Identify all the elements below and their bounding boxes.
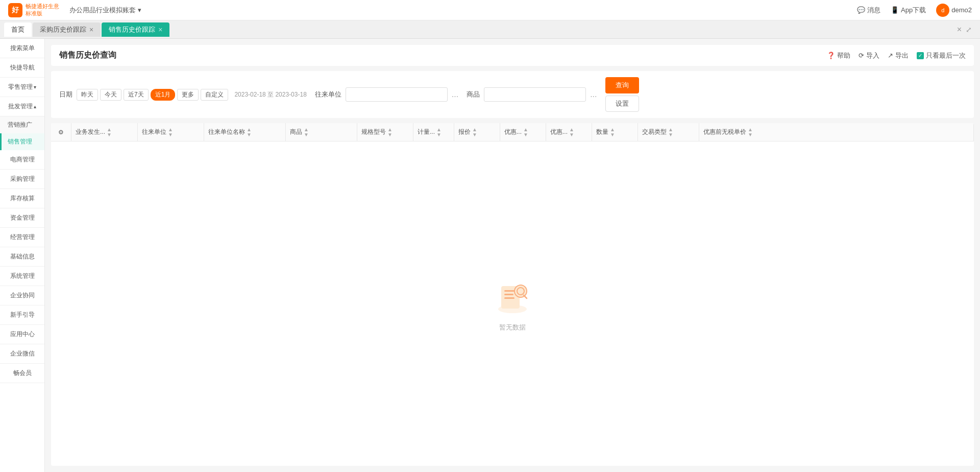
table-col-notax[interactable]: 优惠前无税单价 ▲▼ [699, 123, 974, 141]
sidebar-item-sales-mgmt[interactable]: 销售管理 [0, 133, 44, 150]
gear-icon: ⚙ [58, 129, 64, 136]
content-area: 销售历史价查询 ❓ 帮助 ⟳ 导入 ↗ 导出 ✓ 只看最后一次 [45, 39, 980, 472]
filter-row: 日期 昨天 今天 近7天 近1月 更多 自定义 2023-02-18 至 202… [59, 77, 966, 112]
tab-sales[interactable]: 销售历史价跟踪 × [102, 22, 169, 37]
date-label: 日期 [59, 90, 72, 99]
tabbar: 首页 采购历史价跟踪 × 销售历史价跟踪 × × ⤢ [0, 20, 980, 39]
logo-area: 好 畅捷通好生意 标准版 [8, 3, 59, 17]
action-buttons: 查询 设置 [605, 77, 639, 112]
message-icon: 💬 [857, 6, 865, 14]
sidebar-item-enterprise[interactable]: 企业协同 [0, 286, 44, 305]
page-header: 销售历史价查询 ❓ 帮助 ⟳ 导入 ↗ 导出 ✓ 只看最后一次 [51, 45, 974, 66]
only-last-checkbox[interactable]: ✓ 只看最后一次 [917, 51, 966, 60]
settings-button[interactable]: 设置 [605, 96, 639, 112]
unit-filter: 往来单位 ... [315, 87, 458, 102]
date-btn-today[interactable]: 今天 [100, 89, 121, 101]
msg-button[interactable]: 💬 消息 [857, 6, 880, 15]
sidebar-item-purchase[interactable]: 采购管理 [0, 170, 44, 189]
sort-icon: ▲▼ [523, 127, 528, 137]
table-col-discount2[interactable]: 优惠... ▲▼ [546, 123, 592, 141]
unit-input[interactable] [346, 87, 448, 102]
table-col-unit-name[interactable]: 往来单位名称 ▲▼ [204, 123, 286, 141]
table-col-spec[interactable]: 规格型号 ▲▼ [357, 123, 413, 141]
sort-icon: ▲▼ [304, 127, 309, 137]
sort-icon: ▲▼ [569, 127, 574, 137]
sort-icon: ▲▼ [610, 127, 615, 137]
sort-icon: ▲▼ [748, 127, 753, 137]
svg-rect-3 [504, 294, 513, 295]
sidebar-item-inventory[interactable]: 库存核算 [0, 189, 44, 208]
import-button[interactable]: ⟳ 导入 [859, 51, 879, 60]
sidebar-item-guide[interactable]: 新手引导 [0, 305, 44, 325]
tab-home[interactable]: 首页 [4, 22, 32, 37]
app-download-button[interactable]: 📱 App下载 [891, 6, 926, 15]
app-selector[interactable]: 办公用品行业模拟账套 ▾ [69, 6, 141, 15]
export-button[interactable]: ↗ 导出 [888, 51, 909, 60]
table-col-discount1[interactable]: 优惠... ▲▼ [500, 123, 546, 141]
date-btn-1month[interactable]: 近1月 [151, 89, 176, 101]
sidebar-item-finance[interactable]: 资金管理 [0, 208, 44, 228]
date-btn-custom[interactable]: 自定义 [201, 89, 228, 101]
search-button[interactable]: 查询 [605, 77, 639, 93]
sidebar-item-app-center[interactable]: 应用中心 [0, 325, 44, 344]
date-btn-more[interactable]: 更多 [177, 89, 199, 101]
sidebar-item-operations[interactable]: 经营管理 [0, 228, 44, 247]
tab-sales-close[interactable]: × [158, 26, 162, 34]
chevron-down-icon: ▾ [138, 6, 141, 14]
sidebar-item-ecom[interactable]: 电商管理 [0, 150, 44, 170]
empty-state: 暂无数据 [51, 141, 974, 466]
logo-text: 畅捷通好生意 标准版 [26, 3, 59, 16]
logo-icon: 好 [8, 3, 22, 17]
export-icon: ↗ [888, 52, 893, 59]
data-table: ⚙ 业务发生... ▲▼ 往来单位 ▲▼ 往来单位名称 ▲▼ 商品 ▲▼ [51, 123, 974, 466]
table-col-price[interactable]: 报价 ▲▼ [454, 123, 500, 141]
sidebar-item-member[interactable]: 畅会员 [0, 364, 44, 383]
table-col-unit[interactable]: 计量... ▲▼ [413, 123, 454, 141]
goods-ellipsis[interactable]: ... [590, 90, 597, 99]
topbar: 好 畅捷通好生意 标准版 办公用品行业模拟账套 ▾ 💬 消息 📱 App下载 d… [0, 0, 980, 20]
empty-text: 暂无数据 [499, 323, 526, 332]
sidebar-item-marketing[interactable]: 营销推广 [0, 116, 44, 133]
empty-illustration [492, 276, 533, 317]
table-col-gear[interactable]: ⚙ [51, 123, 71, 141]
sort-icon: ▲▼ [436, 127, 442, 137]
table-col-unit-code[interactable]: 往来单位 ▲▼ [138, 123, 204, 141]
sidebar-item-corp-wechat[interactable]: 企业微信 [0, 344, 44, 364]
checkbox-checked-icon: ✓ [917, 52, 924, 59]
table-col-trade[interactable]: 交易类型 ▲▼ [638, 123, 699, 141]
sidebar-item-basic-info[interactable]: 基础信息 [0, 247, 44, 267]
svg-point-5 [514, 285, 527, 297]
page-title: 销售历史价查询 [59, 50, 116, 61]
main-layout: 搜索菜单 快捷导航 零售管理 ▾ 批发管理 ▴ 营销推广 销售管理 电商管理 采… [0, 39, 980, 472]
unit-label: 往来单位 [315, 90, 341, 99]
tab-purchase[interactable]: 采购历史价跟踪 × [33, 22, 101, 37]
chevron-down-icon: ▾ [34, 84, 36, 90]
topbar-right: 💬 消息 📱 App下载 d demo2 [857, 4, 972, 17]
help-button[interactable]: ❓ 帮助 [827, 51, 850, 60]
table-col-date[interactable]: 业务发生... ▲▼ [71, 123, 138, 141]
date-range: 2023-02-18 至 2023-03-18 [234, 90, 306, 99]
date-btn-7days[interactable]: 近7天 [124, 89, 149, 101]
window-maximize-button[interactable]: ⤢ [966, 26, 972, 34]
svg-rect-4 [504, 297, 514, 299]
sidebar-item-quick-nav[interactable]: 快捷导航 [0, 58, 44, 78]
sort-icon: ▲▼ [472, 127, 477, 137]
tab-purchase-close[interactable]: × [89, 26, 93, 34]
unit-ellipsis[interactable]: ... [452, 90, 458, 99]
chevron-up-icon: ▴ [34, 104, 36, 109]
help-icon: ❓ [827, 52, 835, 59]
table-col-qty[interactable]: 数量 ▲▼ [592, 123, 638, 141]
sidebar: 搜索菜单 快捷导航 零售管理 ▾ 批发管理 ▴ 营销推广 销售管理 电商管理 采… [0, 39, 45, 472]
date-filter: 日期 昨天 今天 近7天 近1月 更多 自定义 2023-02-18 至 202… [59, 89, 307, 101]
sort-icon: ▲▼ [247, 127, 252, 137]
sidebar-item-retail[interactable]: 零售管理 ▾ [0, 78, 44, 97]
sidebar-item-system[interactable]: 系统管理 [0, 267, 44, 286]
user-menu[interactable]: d demo2 [936, 4, 972, 17]
sort-icon: ▲▼ [668, 127, 673, 137]
date-btn-yesterday[interactable]: 昨天 [77, 89, 98, 101]
goods-input[interactable] [484, 87, 586, 102]
window-close-button[interactable]: × [957, 25, 962, 34]
table-col-goods[interactable]: 商品 ▲▼ [286, 123, 357, 141]
sidebar-item-search[interactable]: 搜索菜单 [0, 39, 44, 58]
sidebar-item-wholesale[interactable]: 批发管理 ▴ [0, 97, 44, 116]
